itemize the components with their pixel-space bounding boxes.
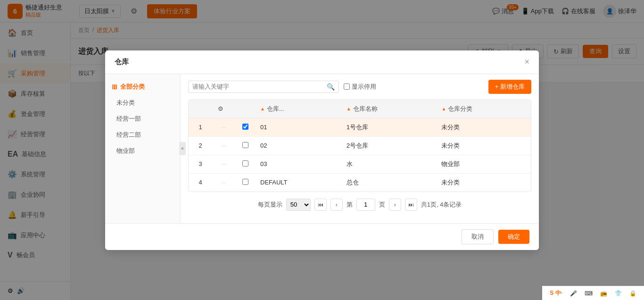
modal-footer: 取消 确定 bbox=[105, 223, 539, 250]
shirt-icon: 👕 bbox=[615, 290, 622, 297]
table-toolbar: 🔍 显示停用 + 新增仓库 bbox=[188, 80, 531, 94]
table-row[interactable]: 4 ··· DEFAULT 总仓 未分类 bbox=[189, 173, 531, 192]
category-item-property[interactable]: 物业部 bbox=[105, 143, 180, 159]
page-number-input[interactable] bbox=[356, 199, 375, 211]
per-page-label: 每页显示 bbox=[258, 200, 282, 209]
row-index: 4 bbox=[189, 173, 212, 192]
modal-close-button[interactable]: × bbox=[524, 57, 529, 67]
table-header-row: ⚙ ▲ 仓库... ▲ bbox=[189, 100, 531, 118]
add-warehouse-button[interactable]: + 新增仓库 bbox=[488, 80, 531, 94]
th-gear: ⚙ bbox=[212, 100, 236, 118]
row-name: 1号仓库 bbox=[341, 118, 436, 136]
row-actions-icon: ··· bbox=[222, 142, 227, 149]
per-page-select[interactable]: 50 100 200 bbox=[286, 199, 311, 211]
last-page-button[interactable]: ⏭ bbox=[405, 199, 417, 211]
category-item-uncategorized[interactable]: 未分类 bbox=[105, 95, 180, 111]
lock-icon: 🔒 bbox=[629, 290, 636, 297]
th-index bbox=[189, 100, 212, 118]
chevron-left-icon: « bbox=[181, 146, 184, 151]
th-checkbox bbox=[236, 100, 255, 118]
confirm-button[interactable]: 确定 bbox=[498, 230, 529, 244]
row-category: 未分类 bbox=[436, 173, 531, 192]
grid-icon: ⊞ bbox=[112, 83, 117, 91]
row-category: 未分类 bbox=[436, 136, 531, 155]
page-suffix: 页 bbox=[379, 200, 385, 209]
th-name: ▲ 仓库名称 bbox=[341, 100, 436, 118]
row-actions-cell: ··· bbox=[212, 136, 236, 155]
table-row[interactable]: 1 ··· 01 1号仓库 未分类 bbox=[189, 118, 531, 136]
row-checkbox[interactable] bbox=[242, 142, 248, 148]
warehouse-modal: 仓库 × ⊞ 全部分类 未分类 经营一部 经营二部 bbox=[105, 50, 539, 250]
search-input[interactable] bbox=[192, 83, 324, 90]
row-actions-cell: ··· bbox=[212, 173, 236, 192]
cancel-button[interactable]: 取消 bbox=[462, 229, 494, 244]
search-box: 🔍 bbox=[188, 81, 339, 93]
category-sidebar: ⊞ 全部分类 未分类 经营一部 经营二部 物业部 « bbox=[105, 74, 181, 223]
modal-title: 仓库 bbox=[115, 58, 129, 67]
row-actions-icon: ··· bbox=[222, 160, 227, 167]
row-name: 水 bbox=[341, 155, 436, 173]
th-category: ▲ 仓库分类 bbox=[436, 100, 531, 118]
modal-header: 仓库 × bbox=[105, 50, 539, 74]
row-actions-icon: ··· bbox=[222, 179, 227, 186]
th-category-label: 仓库分类 bbox=[448, 105, 472, 113]
category-collapse-button[interactable]: « bbox=[179, 142, 186, 155]
show-disabled-input[interactable] bbox=[344, 83, 350, 90]
page-label: 第 bbox=[347, 200, 353, 209]
warehouse-table: ⚙ ▲ 仓库... ▲ bbox=[188, 100, 531, 192]
sort-cat-icon: ▲ bbox=[441, 106, 446, 111]
row-code: 03 bbox=[255, 155, 341, 173]
sort-icon: ▲ bbox=[260, 106, 265, 111]
row-actions-cell: ··· bbox=[212, 155, 236, 173]
row-checkbox-cell[interactable] bbox=[236, 136, 255, 155]
row-index: 3 bbox=[189, 155, 212, 173]
prev-page-button[interactable]: ‹ bbox=[330, 199, 343, 211]
radio-icon: 📻 bbox=[600, 290, 607, 297]
row-index: 2 bbox=[189, 136, 212, 155]
category-item-operations2[interactable]: 经营二部 bbox=[105, 127, 180, 143]
modal-body: ⊞ 全部分类 未分类 经营一部 经营二部 物业部 « bbox=[105, 74, 539, 223]
show-disabled-checkbox[interactable]: 显示停用 bbox=[344, 83, 376, 91]
row-checkbox-cell[interactable] bbox=[236, 173, 255, 192]
show-disabled-label: 显示停用 bbox=[352, 83, 376, 91]
mic-icon: 🎤 bbox=[570, 290, 577, 297]
row-checkbox[interactable] bbox=[242, 179, 248, 185]
status-bar: S 中· 🎤 ⌨ 📻 👕 🔒 bbox=[542, 286, 644, 300]
row-code: 01 bbox=[255, 118, 341, 136]
modal-overlay: 仓库 × ⊞ 全部分类 未分类 经营一部 经营二部 bbox=[0, 0, 644, 300]
category-label-uncategorized: 未分类 bbox=[116, 99, 135, 106]
row-index: 1 bbox=[189, 118, 212, 136]
row-category: 未分类 bbox=[436, 118, 531, 136]
category-item-operations1[interactable]: 经营一部 bbox=[105, 111, 180, 127]
row-name: 2号仓库 bbox=[341, 136, 436, 155]
category-label-operations2: 经营二部 bbox=[116, 131, 141, 138]
pagination: 每页显示 50 100 200 ⏮ ‹ 第 页 › ⏭ 共1页, 4条记录 bbox=[188, 192, 531, 217]
first-page-button[interactable]: ⏮ bbox=[314, 199, 327, 211]
all-categories-label: 全部分类 bbox=[120, 83, 145, 91]
keyboard-icon: ⌨ bbox=[585, 290, 593, 297]
row-name: 总仓 bbox=[341, 173, 436, 192]
row-checkbox-cell[interactable] bbox=[236, 118, 255, 136]
row-checkbox[interactable] bbox=[242, 160, 248, 167]
search-icon[interactable]: 🔍 bbox=[327, 83, 335, 91]
all-categories-item[interactable]: ⊞ 全部分类 bbox=[105, 79, 180, 95]
row-checkbox[interactable] bbox=[242, 124, 248, 130]
category-label-property: 物业部 bbox=[116, 147, 135, 154]
total-info: 共1页, 4条记录 bbox=[421, 200, 462, 209]
status-logo: S 中· bbox=[550, 289, 562, 297]
table-row[interactable]: 3 ··· 03 水 物业部 bbox=[189, 155, 531, 173]
table-row[interactable]: 2 ··· 02 2号仓库 未分类 bbox=[189, 136, 531, 155]
row-code: DEFAULT bbox=[255, 173, 341, 192]
row-checkbox-cell[interactable] bbox=[236, 155, 255, 173]
category-label-operations1: 经营一部 bbox=[116, 115, 141, 122]
row-category: 物业部 bbox=[436, 155, 531, 173]
table-area: 🔍 显示停用 + 新增仓库 ⚙ bbox=[181, 74, 539, 223]
th-code-label: 仓库... bbox=[267, 105, 284, 113]
sort-name-icon: ▲ bbox=[347, 106, 351, 111]
next-page-button[interactable]: › bbox=[389, 199, 401, 211]
row-code: 02 bbox=[255, 136, 341, 155]
row-actions-icon: ··· bbox=[222, 124, 227, 131]
th-code: ▲ 仓库... bbox=[255, 100, 341, 118]
th-name-label: 仓库名称 bbox=[353, 105, 378, 113]
row-actions-cell: ··· bbox=[212, 118, 236, 136]
